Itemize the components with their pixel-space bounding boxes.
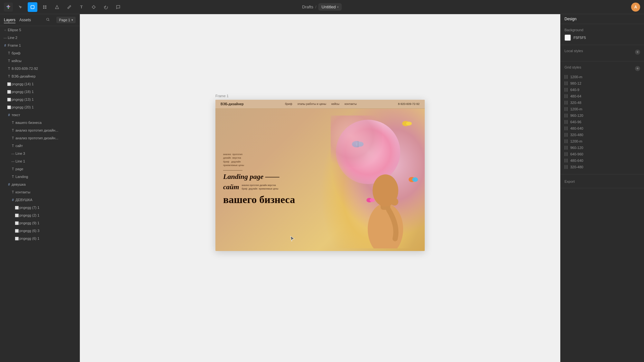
layer-item[interactable]: —Line 3 [0,150,80,157]
local-styles-section: Local styles + [561,45,644,61]
grid-style-label: 1200-m [570,107,582,111]
layer-item[interactable]: ⬜pngegg (18) 1 [0,88,80,96]
right-panel: Design Background F5F5F5 Local styles + … [560,14,644,362]
pen-tool[interactable] [64,2,74,12]
lp-subtitle: Landing page —— [223,172,314,181]
layer-item[interactable]: ○Ellipse 5 [0,26,80,34]
move-tool[interactable] [15,2,25,12]
design-frame[interactable]: ВЭБ-дизайнер бриф этапы работы и цены ке… [215,100,425,251]
layer-name: Ellipse 5 [8,28,77,32]
grid-style-row[interactable]: 320-480 [564,164,640,170]
search-icon[interactable] [46,18,50,23]
chevron-icon: ▾ [71,18,73,22]
export-label[interactable]: Export [564,180,575,183]
grid-style-row[interactable]: 1200-m [564,106,640,112]
layer-type-icon: T [10,135,15,141]
layers-tab[interactable]: Layers [4,17,15,23]
assets-tab[interactable]: Assets [19,17,31,23]
layer-item[interactable]: —Line 1 [0,157,80,165]
layer-item[interactable]: Tбриф [0,49,80,57]
layer-item[interactable]: Tанализ прототип дизайн... [0,126,80,134]
layer-item[interactable]: ⬜pngegg (14) 1 [0,80,80,88]
layer-type-icon: ⬜ [6,97,12,102]
title-dropdown[interactable]: Untitled ▾ [318,3,342,11]
layer-name: Line 2 [8,36,77,40]
grid-styles-list: 1200-m 980-12 640-9 480-64 320-48 1200-m… [564,74,640,170]
layer-item[interactable]: Tкейсы [0,57,80,65]
layer-item[interactable]: ⬜pngegg (6) 1 [0,235,80,242]
grid-style-row[interactable]: 1200-m [564,74,640,80]
layer-type-icon: T [6,66,12,71]
grid-style-row[interactable]: 480-640 [564,157,640,164]
layer-item[interactable]: ⬜pngegg (9) 1 [0,219,80,227]
layer-type-icon: ⬜ [6,105,12,110]
canvas-area[interactable]: Frame 1 ВЭБ-дизайнер бриф этапы работы и… [80,14,560,362]
layer-item[interactable]: Tконтакты [0,188,80,196]
design-tab[interactable]: Design [564,17,576,21]
grid-style-row[interactable]: 480-640 [564,125,640,132]
grid-style-row[interactable]: 320-480 [564,132,640,138]
layer-name: ДЕВУШКА [15,198,77,202]
layer-type-icon: ⬜ [14,205,19,210]
svg-line-6 [49,20,50,21]
app-logo[interactable] [4,3,13,12]
layer-item[interactable]: —Line 2 [0,34,80,42]
layer-item[interactable]: ⬜pngegg (13) 1 [0,96,80,103]
grid-style-row[interactable]: 320-48 [564,99,640,106]
select-tool[interactable] [28,2,37,12]
layer-item[interactable]: Tсайт [0,142,80,150]
page-selector[interactable]: Page 1 ▾ [56,17,76,23]
layer-name: pngegg (6) 3 [19,229,77,233]
grid-style-row[interactable]: 640-9 [564,87,640,93]
grid-style-row[interactable]: 640-960 [564,151,640,157]
add-grid-style-btn[interactable]: + [635,66,640,71]
grid-style-label: 320-48 [570,101,581,105]
layer-item[interactable]: #девушка [0,181,80,188]
bg-color-swatch[interactable] [564,34,571,41]
layer-type-icon: T [10,166,15,172]
grid-style-row[interactable]: 1200-m [564,138,640,144]
layer-item[interactable]: Tанализ прототип дизайн... [0,134,80,142]
component-tool[interactable] [89,2,99,12]
add-local-style-btn[interactable]: + [635,50,640,55]
grid-style-row[interactable]: 480-64 [564,93,640,99]
avatar[interactable]: A [631,3,640,12]
layer-name: ВЭБ-дизайнер [12,74,77,78]
layer-item[interactable]: #текст [0,111,80,119]
layer-item[interactable]: Tвашего бизнеса [0,119,80,126]
layer-type-icon: T [6,74,12,79]
layer-item[interactable]: Tpage [0,165,80,173]
grid-style-label: 960-120 [570,114,583,117]
layer-item[interactable]: ⬜pngegg (7) 1 [0,204,80,211]
layer-item[interactable]: ⬜pngegg (2) 1 [0,211,80,219]
text-tool[interactable]: T [77,2,86,12]
landing-body: анализ прототипдизайн версткабриф дедлай… [215,109,425,248]
layer-item[interactable]: ⬜pngegg (20) 1 [0,103,80,111]
layer-name: pngegg (13) 1 [12,97,77,101]
local-styles-row: Local styles + [564,49,640,55]
layer-type-icon: ⬜ [14,220,19,226]
shape-tool[interactable] [52,2,62,12]
layer-item[interactable]: TLanding [0,173,80,181]
layer-item[interactable]: ⬜pngegg (6) 3 [0,227,80,235]
frame-tool[interactable] [40,2,50,12]
grid-style-icon [564,165,568,169]
grid-style-row[interactable]: 640-96 [564,119,640,125]
hand-tool[interactable] [101,2,111,12]
layer-item[interactable]: TВЭБ-дизайнер [0,72,80,80]
nav-link-2: кейсы [331,102,339,106]
svg-rect-1 [43,5,44,7]
grid-style-label: 960-120 [570,146,583,150]
layer-type-icon: ○ [3,27,8,32]
grid-style-row[interactable]: 980-12 [564,80,640,87]
drafts-link[interactable]: Drafts [302,5,313,9]
layer-item[interactable]: T8-920-609-72-92 [0,65,80,72]
breadcrumb-sep: / [315,5,317,9]
comment-tool[interactable] [113,2,123,12]
grid-style-row[interactable]: 960-120 [564,112,640,119]
layer-item[interactable]: #ДЕВУШКА [0,196,80,204]
layer-item[interactable]: #Frame 1 [0,42,80,49]
chevron-down-icon: ▾ [337,5,339,9]
grid-style-row[interactable]: 960-120 [564,144,640,151]
landing-nav: ВЭБ-дизайнер бриф этапы работы и цены ке… [215,100,425,109]
